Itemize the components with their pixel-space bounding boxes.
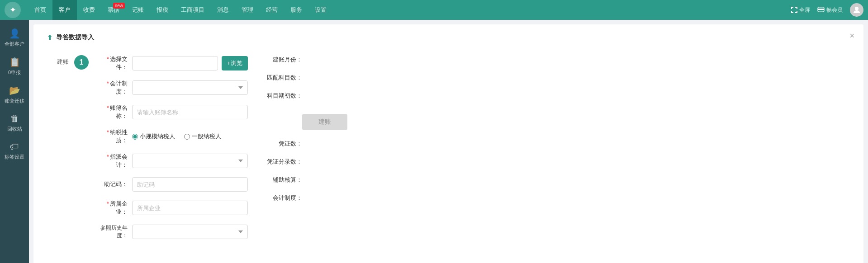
nav-customer[interactable]: 客户	[52, 0, 77, 20]
file-row: *选择文件： +浏览	[96, 55, 248, 71]
import-icon: ⬆	[47, 34, 52, 41]
fullscreen-label: 全屏	[799, 6, 810, 14]
tax-small-radio[interactable]: 小规模纳税人	[132, 132, 175, 141]
nav-fee[interactable]: 收费	[77, 0, 101, 20]
nav-service[interactable]: 服务	[284, 0, 308, 20]
memo-code-row: 助记码：	[96, 177, 248, 192]
svg-rect-9	[818, 9, 824, 10]
nav-tax[interactable]: 报税	[150, 0, 175, 20]
nav-invoice[interactable]: 票据 new	[101, 0, 126, 20]
memo-code-input[interactable]	[132, 177, 248, 192]
import-card: ⬆ 导爸数据导入 × 建账 1 *选择文件：	[33, 24, 863, 263]
top-nav: ✦ 首页 客户 收费 票据 new 记账 报税 工商项目 消息 管理 经营 服务…	[0, 0, 868, 20]
close-button[interactable]: ×	[849, 32, 854, 40]
trash-icon: 🗑	[10, 113, 19, 124]
sidebar-item-tag-label: 标签设置	[5, 154, 24, 160]
sidebar-item-tag[interactable]: 🏷 标签设置	[0, 138, 29, 164]
sidebar-item-all-customers-label: 全部客户	[5, 41, 24, 47]
form-right: 建账月份： 匹配科目数： 科目期初数： 建账 凭证	[248, 55, 384, 257]
main-layout: 👤 全部客户 📋 0申报 📂 账套迁移 🗑 回收站 🏷 标签设置 ⬆ 导爸数据导…	[0, 20, 868, 263]
nav-message[interactable]: 消息	[211, 0, 235, 20]
file-input[interactable]	[132, 56, 218, 70]
nav-settings[interactable]: 设置	[308, 0, 333, 20]
accountant-select[interactable]	[132, 154, 248, 168]
voucher-count-label: 凭证数：	[266, 140, 307, 148]
member-label: 畅会员	[826, 6, 843, 14]
ledger-name-row: *账簿名称：	[96, 104, 248, 120]
memo-code-label: 助记码：	[96, 180, 132, 188]
member-icon	[817, 6, 825, 14]
sidebar-item-all-customers[interactable]: 👤 全部客户	[0, 24, 29, 51]
init-amount-value	[307, 91, 384, 100]
aux-accounting-row: 辅助核算：	[266, 175, 384, 184]
card-title: ⬆ 导爸数据导入	[47, 33, 850, 42]
match-subjects-row: 匹配科目数：	[266, 73, 384, 82]
file-label: *选择文件：	[96, 55, 132, 71]
svg-point-10	[855, 7, 859, 10]
page-title: 导爸数据导入	[56, 33, 94, 42]
fullscreen-icon	[791, 7, 797, 13]
accounting-month-value	[307, 55, 384, 64]
sidebar-item-trash[interactable]: 🗑 回收站	[0, 110, 29, 136]
accounting-system-row: *会计制度：	[96, 80, 248, 96]
member-button[interactable]: 畅会员	[817, 6, 843, 14]
ledger-name-input[interactable]	[132, 105, 248, 119]
right-accounting-system-row: 会计制度：	[266, 193, 384, 202]
nav-business[interactable]: 工商项目	[175, 0, 211, 20]
voucher-entries-row: 凭证分录数：	[266, 157, 384, 166]
app-logo: ✦	[5, 2, 21, 18]
tax-type-radio-group: 小规模纳税人 一般纳税人	[132, 132, 221, 141]
right-accounting-system-label: 会计制度：	[266, 194, 307, 202]
accounting-month-label: 建账月份：	[266, 56, 307, 64]
history-year-label: 参照历史年度：	[96, 224, 132, 240]
fullscreen-button[interactable]: 全屏	[791, 6, 810, 14]
nav-badge-new: new	[113, 3, 125, 9]
create-account-button[interactable]: 建账	[302, 114, 347, 130]
match-subjects-value	[307, 73, 384, 82]
create-btn-wrap: 建账	[266, 109, 384, 130]
user-avatar[interactable]	[850, 3, 863, 17]
content-area: ⬆ 导爸数据导入 × 建账 1 *选择文件：	[29, 20, 868, 263]
voucher-entries-label: 凭证分录数：	[266, 158, 307, 166]
top-nav-right: 全屏 畅会员	[791, 3, 863, 17]
svg-rect-3	[797, 7, 797, 9]
tax-general-radio[interactable]: 一般纳税人	[184, 132, 221, 141]
nav-operation[interactable]: 经营	[260, 0, 284, 20]
sidebar-item-trash-label: 回收站	[7, 126, 22, 132]
tag-icon: 🏷	[10, 141, 19, 152]
accounting-system-select[interactable]	[132, 80, 248, 95]
avatar-icon	[853, 6, 861, 14]
sidebar-item-declare[interactable]: 📋 0申报	[0, 53, 29, 80]
step-badge: 1	[74, 55, 89, 70]
company-label: *所属企业：	[96, 200, 132, 216]
sidebar: 👤 全部客户 📋 0申报 📂 账套迁移 🗑 回收站 🏷 标签设置	[0, 20, 29, 263]
company-input[interactable]	[132, 201, 248, 215]
accounting-month-row: 建账月份：	[266, 55, 384, 64]
company-row: *所属企业：	[96, 200, 248, 216]
svg-rect-5	[791, 11, 792, 13]
sidebar-item-declare-label: 0申报	[8, 69, 21, 76]
history-year-select[interactable]	[132, 225, 248, 239]
all-customers-icon: 👤	[9, 28, 20, 39]
step-wrap: 建账 1 *选择文件： +浏览	[47, 55, 248, 248]
tax-small-label: 小规模纳税人	[140, 132, 175, 141]
aux-accounting-label: 辅助核算：	[266, 176, 307, 184]
svg-rect-7	[797, 11, 797, 13]
right-accounting-system-value	[307, 193, 384, 202]
form-left: 建账 1 *选择文件： +浏览	[47, 55, 248, 257]
step-form: *选择文件： +浏览 *会计制度：	[96, 55, 248, 248]
file-input-group: +浏览	[132, 56, 248, 70]
browse-button[interactable]: +浏览	[222, 56, 248, 70]
tax-type-row: *纳税性质： 小规模纳税人 一般纳税人	[96, 128, 248, 145]
tax-type-label: *纳税性质：	[96, 128, 132, 145]
nav-account[interactable]: 记账	[126, 0, 150, 20]
aux-accounting-value	[307, 175, 384, 184]
sidebar-item-migrate[interactable]: 📂 账套迁移	[0, 81, 29, 108]
history-year-row: 参照历史年度：	[96, 224, 248, 240]
nav-manage[interactable]: 管理	[235, 0, 260, 20]
nav-home[interactable]: 首页	[28, 0, 52, 20]
svg-rect-1	[791, 7, 792, 9]
init-amount-row: 科目期初数：	[266, 91, 384, 100]
voucher-count-row: 凭证数：	[266, 139, 384, 148]
accounting-system-label: *会计制度：	[96, 80, 132, 96]
